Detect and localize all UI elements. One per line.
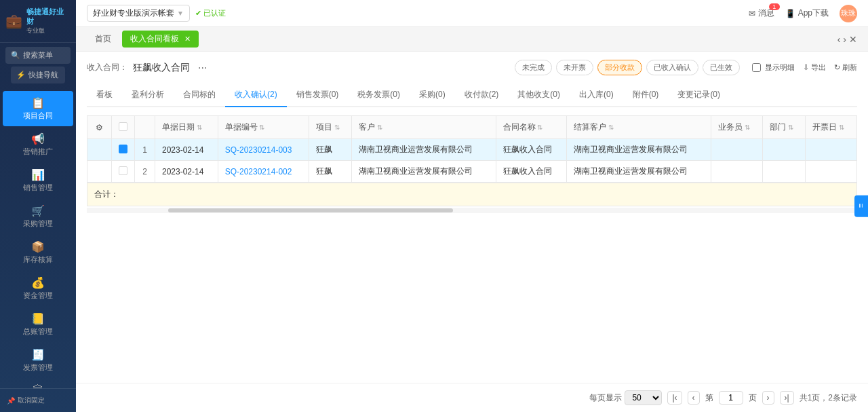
company-name: 好业财专业版演示帐套 (93, 7, 174, 19)
sidebar-item-general[interactable]: 📒 总账管理 (3, 307, 73, 342)
sidebar: 💼 畅捷通好业财 专业版 🔍 搜索菜单 ⚡ 快捷导航 📋 项目合同 📢 营销推广… (0, 0, 76, 412)
col-contract[interactable]: 合同名称 (496, 116, 567, 139)
sidebar-item-fund[interactable]: 💰 资金管理 (3, 271, 73, 306)
dropdown-icon: ▼ (177, 10, 184, 17)
row-orderno-2[interactable]: SQ-20230214-002 (218, 161, 309, 183)
sidebar-item-sales[interactable]: 📊 销售管理 (3, 163, 73, 198)
avatar-text: 珠珠 (841, 8, 856, 18)
certified-icon: ✔ (195, 9, 201, 18)
page-label-after: 页 (749, 392, 757, 404)
app-sub: 专业版 (26, 26, 71, 35)
select-all-checkbox[interactable] (119, 122, 127, 131)
status-partial-btn[interactable]: 部分收款 (597, 60, 642, 75)
sidebar-item-purchase[interactable]: 🛒 采购管理 (3, 199, 73, 234)
sidebar-item-project[interactable]: 📋 项目合同 (3, 91, 73, 126)
sidebar-item-marketing[interactable]: 📢 营销推广 (3, 127, 73, 162)
tab-contract-label: 收入合同看板 (130, 33, 179, 45)
row-check-1[interactable] (119, 145, 127, 153)
tab-attachment[interactable]: 附件(0) (623, 83, 669, 107)
show-detail-input[interactable] (752, 63, 761, 72)
contract-header: 收入合同： 狂飙收入合同 ··· 未完成 未开票 部分收款 已收入确认 已生效 … (87, 60, 857, 75)
page-label-before: 第 (705, 392, 713, 404)
tab-changes[interactable]: 变更记录(0) (668, 83, 730, 107)
export-button[interactable]: ⇩ 导出 (803, 62, 826, 73)
col-dept[interactable]: 部门 (763, 116, 806, 139)
col-customer[interactable]: 客户 (352, 116, 496, 139)
scrollbar-thumb[interactable] (168, 208, 453, 212)
sub-tabs: 看板 盈利分析 合同标的 收入确认(2) 销售发票(0) 税务发票(0) 采购(… (87, 83, 857, 107)
quick-nav-button[interactable]: ⚡ 快捷导航 (11, 67, 65, 83)
tab-purchase[interactable]: 采购(0) (410, 83, 455, 107)
status-uninvoiced-btn[interactable]: 未开票 (556, 60, 593, 75)
col-orderno[interactable]: 单据编号 (218, 116, 309, 139)
col-date[interactable]: 单据日期 (155, 116, 218, 139)
order-link-2[interactable]: SQ-20230214-002 (225, 167, 292, 176)
page-last-button[interactable]: ›| (780, 391, 794, 405)
export-icon: ⇩ (803, 63, 809, 72)
app-name: 畅捷通好业财 (26, 7, 71, 26)
sidebar-item-label: 发票管理 (23, 362, 53, 373)
page-prev-button[interactable]: ‹ (688, 391, 700, 405)
search-menu-button[interactable]: 🔍 搜索菜单 (5, 47, 71, 64)
nav-next-button[interactable]: › (843, 34, 846, 45)
tabbar: 首页 收入合同看板 ✕ ‹ › ✕ (76, 27, 868, 52)
row-settings (87, 139, 112, 161)
pin-button[interactable]: 📌 取消固定 (4, 393, 72, 408)
company-selector[interactable]: 好业财专业版演示帐套 ▼ (87, 5, 190, 22)
tab-tax-invoice[interactable]: 税务发票(0) (348, 83, 410, 107)
row-orderno-1[interactable]: SQ-20230214-003 (218, 139, 309, 161)
show-detail-checkbox[interactable]: 显示明细 (752, 62, 795, 73)
tab-payment[interactable]: 收付款(2) (455, 83, 509, 107)
row-checkbox-2[interactable] (112, 161, 135, 183)
nav-prev-button[interactable]: ‹ (837, 34, 841, 45)
tab-profit[interactable]: 盈利分析 (122, 83, 174, 107)
contract-name: 狂飙收入合同 (133, 62, 190, 74)
row-num-1: 1 (135, 139, 155, 161)
certified-label: 已认证 (203, 8, 226, 18)
tab-home[interactable]: 首页 (87, 29, 119, 49)
tab-contract[interactable]: 收入合同看板 ✕ (122, 31, 199, 48)
close-icon[interactable]: ✕ (184, 35, 191, 43)
tab-warehouse[interactable]: 出入库(0) (570, 83, 623, 107)
sidebar-bottom: 📌 取消固定 (0, 388, 76, 412)
app-download-button[interactable]: 📱 App下载 (785, 7, 829, 19)
row-num-2: 2 (135, 161, 155, 183)
col-salesman[interactable]: 业务员 (711, 116, 762, 139)
status-effective-btn[interactable]: 已生效 (703, 60, 740, 75)
refresh-button[interactable]: ↻ 刷新 (834, 62, 857, 73)
page-input[interactable] (719, 391, 743, 405)
row-checkbox-1[interactable] (112, 139, 135, 161)
per-page-select[interactable]: 20 50 100 (625, 390, 662, 405)
row-check-2[interactable] (119, 166, 127, 175)
col-settle[interactable]: 结算客户 (567, 116, 711, 139)
tab-income-confirm[interactable]: 收入确认(2) (225, 83, 287, 107)
user-menu[interactable]: 珠珠 (840, 5, 857, 22)
col-project[interactable]: 项目 (309, 116, 352, 139)
col-settings[interactable]: ⚙ (87, 116, 112, 139)
page-next-button[interactable]: › (762, 391, 774, 405)
refresh-label: 刷新 (842, 62, 857, 73)
page-first-button[interactable]: |‹ (667, 391, 682, 405)
tab-other[interactable]: 其他收支(0) (508, 83, 570, 107)
tab-kanban[interactable]: 看板 (87, 83, 122, 107)
message-button[interactable]: ✉ 1 消息 (749, 7, 774, 19)
sum-row: 合计： (87, 183, 857, 206)
status-incomplete-btn[interactable]: 未完成 (515, 60, 552, 75)
status-confirmed-btn[interactable]: 已收入确认 (646, 60, 698, 75)
more-actions-button[interactable]: ··· (195, 62, 210, 74)
table-container: ⚙ 单据日期 单据编号 项目 客户 合同名称 结算客户 业务员 部门 开票日 (87, 115, 857, 183)
right-edge-button[interactable]: ≡ (854, 195, 868, 217)
sidebar-item-tax[interactable]: 🏛 税务管理 (3, 379, 73, 388)
col-invoice-date[interactable]: 开票日 (805, 116, 856, 139)
sidebar-item-invoice[interactable]: 🧾 发票管理 (3, 343, 73, 378)
marketing-icon: 📢 (31, 132, 45, 145)
content-area: 收入合同： 狂飙收入合同 ··· 未完成 未开票 部分收款 已收入确认 已生效 … (76, 52, 868, 383)
sidebar-item-label: 资金管理 (23, 291, 53, 301)
order-link-1[interactable]: SQ-20230214-003 (225, 145, 292, 155)
tab-subject[interactable]: 合同标的 (174, 83, 225, 107)
col-checkbox[interactable] (112, 116, 135, 139)
sidebar-item-inventory[interactable]: 📦 库存核算 (3, 235, 73, 270)
sidebar-logo: 💼 畅捷通好业财 专业版 (0, 0, 76, 43)
close-all-button[interactable]: ✕ (849, 34, 857, 45)
tab-sales-invoice[interactable]: 销售发票(0) (287, 83, 349, 107)
